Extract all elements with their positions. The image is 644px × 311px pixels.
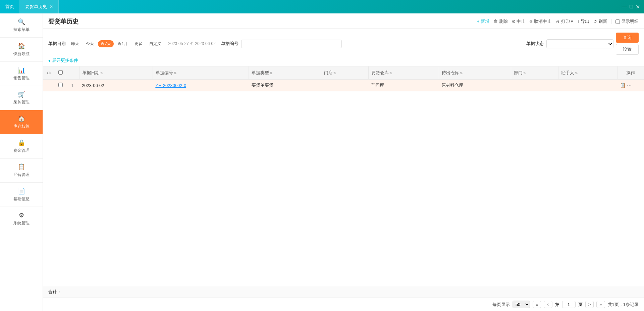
top-bar: 首页 要货单历史 ✕ — □ ✕ <box>0 0 644 13</box>
cell-empty <box>43 80 55 91</box>
home-icon: 🏠 <box>18 42 25 50</box>
cell-doc-no[interactable]: YH-20230602-0 <box>153 80 249 91</box>
main-layout: 🔍 搜索菜单 🏠 快捷导航 📊 销售管理 🛒 采购管理 🏠 库存核算 🔒 资金管… <box>0 13 644 311</box>
next-page-button[interactable]: > <box>585 301 594 308</box>
tab-home[interactable]: 首页 <box>0 0 20 13</box>
display-detail-input[interactable] <box>615 19 620 24</box>
view-icon[interactable]: 📋 <box>620 83 626 88</box>
cell-handler <box>558 80 617 91</box>
tab-home-label: 首页 <box>5 4 14 10</box>
status-filter-group: 单据状态 ▾ <box>526 39 610 48</box>
cell-doc-date: 2023-06-02 <box>79 80 153 91</box>
maximize-icon[interactable]: □ <box>630 4 633 10</box>
summary-label: 合计： <box>48 289 61 294</box>
page-title: 要货单历史 <box>48 17 78 26</box>
sidebar-item-sales-label: 销售管理 <box>13 75 30 81</box>
col-doc-no[interactable]: 单据编号⇅ <box>153 66 249 80</box>
sidebar: 🔍 搜索菜单 🏠 快捷导航 📊 销售管理 🛒 采购管理 🏠 库存核算 🔒 资金管… <box>0 13 43 311</box>
filter-row-1: 单据日期 昨天 今天 近7天 近1月 更多 自定义 2023-05-27 至 2… <box>48 33 639 55</box>
display-detail-checkbox[interactable]: 显示明细 <box>615 18 639 25</box>
col-req-warehouse[interactable]: 要货仓库⇅ <box>368 66 439 80</box>
first-page-button[interactable]: « <box>533 301 541 308</box>
sidebar-item-operations[interactable]: 📋 经营管理 <box>0 159 43 183</box>
divider <box>611 19 611 24</box>
sidebar-item-sales[interactable]: 📊 销售管理 <box>0 62 43 86</box>
cell-department <box>511 80 558 91</box>
sidebar-item-system-label: 系统管理 <box>13 220 30 226</box>
date-range-display: 2023-05-27 至 2023-06-02 <box>168 41 215 47</box>
sidebar-item-operations-label: 经营管理 <box>13 172 30 178</box>
cancel-stop-button[interactable]: ⊙ 取消中止 <box>529 18 551 25</box>
delete-button[interactable]: 🗑 删除 <box>493 18 508 25</box>
col-pending-warehouse[interactable]: 待出仓库⇅ <box>439 66 511 80</box>
expand-label: 展开更多条件 <box>52 57 78 63</box>
page-label: 第 <box>555 302 559 308</box>
row-checkbox[interactable] <box>58 83 63 87</box>
purchase-icon: 🛒 <box>18 91 25 98</box>
filter-setting-button[interactable]: 设置 <box>616 44 639 55</box>
page-input[interactable] <box>562 301 576 308</box>
stop-button[interactable]: ⊘ 中止 <box>512 18 526 25</box>
sidebar-item-finance[interactable]: 🔒 资金管理 <box>0 134 43 159</box>
minimize-icon[interactable]: — <box>622 4 627 10</box>
query-button[interactable]: 查询 <box>616 33 639 43</box>
table-settings-icon[interactable]: ⚙ <box>47 71 51 76</box>
sidebar-item-search[interactable]: 🔍 搜索菜单 <box>0 13 43 38</box>
cell-req-warehouse: 车间库 <box>368 80 439 91</box>
doc-no-input[interactable] <box>241 40 342 48</box>
sidebar-item-inventory[interactable]: 🏠 库存核算 <box>0 110 43 134</box>
col-operation: 操作 <box>617 66 644 80</box>
cell-doc-type: 要货单要货 <box>249 80 321 91</box>
expand-filters-button[interactable]: ▾ 展开更多条件 <box>48 57 639 63</box>
sidebar-item-search-label: 搜索菜单 <box>13 27 30 33</box>
doc-no-label: 单据编号 <box>221 41 238 47</box>
status-select[interactable] <box>546 39 613 48</box>
shortcut-1month[interactable]: 近1月 <box>115 40 131 47</box>
content-area: 要货单历史 + 新增 🗑 删除 ⊘ 中止 ⊙ 取消中止 🖨 打印 ▾ ↑ 导出 … <box>43 13 644 311</box>
sort-doc-date-icon: ⇅ <box>100 71 103 75</box>
sidebar-item-quick-nav[interactable]: 🏠 快捷导航 <box>0 38 43 62</box>
col-settings[interactable]: ⚙ <box>43 66 55 80</box>
add-button[interactable]: + 新增 <box>477 18 489 25</box>
tab-history-label: 要货单历史 <box>25 4 47 10</box>
tab-history[interactable]: 要货单历史 ✕ <box>20 0 59 13</box>
last-page-button[interactable]: » <box>596 301 605 308</box>
sidebar-item-system[interactable]: ⚙ 系统管理 <box>0 207 43 231</box>
shortcut-more[interactable]: 更多 <box>132 40 145 47</box>
select-all-checkbox[interactable] <box>58 70 63 75</box>
export-button[interactable]: ↑ 导出 <box>577 18 589 25</box>
col-handler[interactable]: 经手人⇅ <box>558 66 617 80</box>
sales-icon: 📊 <box>18 66 25 74</box>
print-button[interactable]: 🖨 打印 ▾ <box>555 18 573 25</box>
date-filter-group: 单据日期 昨天 今天 近7天 近1月 更多 自定义 2023-05-27 至 2… <box>48 40 216 47</box>
search-icon: 🔍 <box>18 18 25 26</box>
inventory-icon: 🏠 <box>18 115 25 122</box>
cell-seq: 1 <box>66 80 79 91</box>
col-seq <box>66 66 79 80</box>
shortcut-7days[interactable]: 近7天 <box>98 40 114 47</box>
col-doc-date[interactable]: 单据日期⇅ <box>79 66 153 80</box>
sidebar-item-purchase[interactable]: 🛒 采购管理 <box>0 86 43 110</box>
shortcut-custom[interactable]: 自定义 <box>147 40 164 47</box>
col-doc-type[interactable]: 单据类型⇅ <box>249 66 321 80</box>
sidebar-item-basic[interactable]: 📄 基础信息 <box>0 183 43 207</box>
table-header-row: ⚙ 单据日期⇅ 单据编号⇅ 单据类型⇅ <box>43 66 644 80</box>
page-header: 要货单历史 + 新增 🗑 删除 ⊘ 中止 ⊙ 取消中止 🖨 打印 ▾ ↑ 导出 … <box>43 13 644 29</box>
prev-page-button[interactable]: < <box>544 301 552 308</box>
tab-history-close[interactable]: ✕ <box>50 4 53 9</box>
page-size-select[interactable]: 10 20 50 100 <box>513 301 530 308</box>
sort-handler-icon: ⇅ <box>575 71 578 75</box>
more-icon[interactable]: ⋯ <box>627 83 632 88</box>
shortcut-today[interactable]: 今天 <box>83 40 97 47</box>
data-table: ⚙ 单据日期⇅ 单据编号⇅ 单据类型⇅ <box>43 66 644 91</box>
refresh-button[interactable]: ↺ 刷新 <box>593 18 607 25</box>
close-icon[interactable]: ✕ <box>636 4 640 10</box>
cell-checkbox[interactable] <box>55 80 66 91</box>
shortcut-yesterday[interactable]: 昨天 <box>68 40 82 47</box>
sort-doc-no-icon: ⇅ <box>174 71 176 75</box>
sidebar-item-finance-label: 资金管理 <box>13 148 30 153</box>
system-icon: ⚙ <box>19 212 24 219</box>
table-row[interactable]: 1 2023-06-02 YH-20230602-0 要货单要货 车间库 原材料… <box>43 80 644 91</box>
col-department[interactable]: 部门⇅ <box>511 66 558 80</box>
col-store[interactable]: 门店⇅ <box>321 66 368 80</box>
